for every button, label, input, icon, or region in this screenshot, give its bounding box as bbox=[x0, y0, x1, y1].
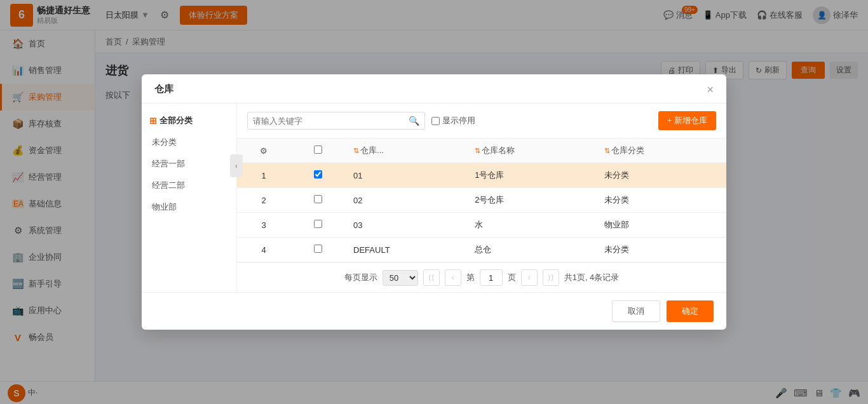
page-next-btn[interactable]: › bbox=[521, 269, 538, 286]
dialog-close-btn[interactable]: × bbox=[707, 84, 714, 95]
row-code: 03 bbox=[346, 213, 467, 238]
row-index: 1 bbox=[237, 163, 290, 188]
search-box: 🔍 bbox=[247, 112, 425, 130]
sort-icon-category: ⇅ bbox=[604, 147, 610, 154]
row-index: 4 bbox=[237, 238, 290, 262]
total-info: 共1页, 4条记录 bbox=[564, 272, 620, 283]
dialog-title: 仓库 bbox=[154, 83, 173, 95]
row-category: 物业部 bbox=[597, 213, 726, 238]
table-row[interactable]: 3 03 水 物业部 bbox=[237, 213, 726, 238]
show-disabled-label: 显示停用 bbox=[431, 115, 475, 126]
page-last-btn[interactable]: ⟩⟩ bbox=[543, 269, 559, 286]
row-checkbox[interactable] bbox=[290, 238, 346, 262]
col-name: ⇅仓库名称 bbox=[467, 138, 597, 163]
table-header: ⚙ ⇅仓库... ⇅仓库名称 ⇅仓库分类 bbox=[237, 138, 726, 163]
page-prev-btn[interactable]: ‹ bbox=[445, 269, 461, 286]
table-row[interactable]: 1 01 1号仓库 未分类 bbox=[237, 163, 726, 188]
page-label: 第 bbox=[466, 272, 475, 283]
table-row[interactable]: 2 02 2号仓库 未分类 bbox=[237, 188, 726, 213]
page-input[interactable] bbox=[480, 269, 503, 286]
page-first-btn[interactable]: ⟨⟨ bbox=[423, 269, 440, 286]
row-name: 1号仓库 bbox=[467, 163, 597, 188]
dialog-footer: 取消 确定 bbox=[142, 292, 726, 330]
row-category: 未分类 bbox=[597, 163, 726, 188]
row-checkbox[interactable] bbox=[290, 213, 346, 238]
pagination: 每页显示 50 10 20 100 ⟨⟨ ‹ 第 页 › ⟩⟩ 共1页, 4条记… bbox=[237, 262, 726, 292]
dialog-overlay: 仓库 × ⊞ 全部分类 ‹ 未分类 经营一部 经营二部 物业部 bbox=[0, 0, 868, 404]
col-checkbox bbox=[290, 138, 346, 163]
row-name: 水 bbox=[467, 213, 597, 238]
grid-icon: ⊞ bbox=[149, 116, 157, 126]
row-code: DEFAULT bbox=[346, 238, 467, 262]
dialog-category-ops1[interactable]: 经营一部 bbox=[142, 153, 236, 175]
dialog-table-wrap: ⚙ ⇅仓库... ⇅仓库名称 ⇅仓库分类 1 01 bbox=[237, 138, 726, 262]
dialog-sidebar-header: ⊞ 全部分类 bbox=[142, 110, 236, 131]
row-checkbox[interactable] bbox=[290, 188, 346, 213]
dialog-category-unclassified[interactable]: 未分类 bbox=[142, 131, 236, 153]
dialog-sidebar: ⊞ 全部分类 ‹ 未分类 经营一部 经营二部 物业部 bbox=[142, 104, 237, 292]
dialog-category-ops2[interactable]: 经营二部 bbox=[142, 175, 236, 196]
confirm-btn[interactable]: 确定 bbox=[667, 300, 714, 322]
row-category: 未分类 bbox=[597, 238, 726, 262]
table-body: 1 01 1号仓库 未分类 2 02 2号仓库 bbox=[237, 163, 726, 262]
sort-icon-code: ⇅ bbox=[353, 147, 359, 154]
select-all-checkbox[interactable] bbox=[314, 145, 322, 154]
new-warehouse-btn[interactable]: + 新增仓库 bbox=[658, 111, 716, 130]
row-index: 2 bbox=[237, 188, 290, 213]
warehouse-table: ⚙ ⇅仓库... ⇅仓库名称 ⇅仓库分类 1 01 bbox=[237, 138, 726, 262]
chevron-left-icon: ‹ bbox=[235, 163, 237, 170]
row-index: 3 bbox=[237, 213, 290, 238]
cancel-btn[interactable]: 取消 bbox=[612, 300, 660, 322]
warehouse-dialog: 仓库 × ⊞ 全部分类 ‹ 未分类 经营一部 经营二部 物业部 bbox=[142, 74, 726, 330]
col-category: ⇅仓库分类 bbox=[597, 138, 726, 163]
search-input[interactable] bbox=[253, 116, 409, 126]
row-category: 未分类 bbox=[597, 188, 726, 213]
col-gear: ⚙ bbox=[237, 138, 290, 163]
dialog-main: 🔍 显示停用 + 新增仓库 ⚙ bbox=[237, 104, 726, 292]
dialog-sidebar-header-label: 全部分类 bbox=[159, 115, 193, 126]
row-checkbox[interactable] bbox=[290, 163, 346, 188]
per-page-select[interactable]: 50 10 20 100 bbox=[383, 270, 418, 286]
col-code: ⇅仓库... bbox=[346, 138, 467, 163]
row-name: 总仓 bbox=[467, 238, 597, 262]
table-row[interactable]: 4 DEFAULT 总仓 未分类 bbox=[237, 238, 726, 262]
show-disabled-checkbox[interactable] bbox=[431, 117, 440, 125]
dialog-toolbar: 🔍 显示停用 + 新增仓库 bbox=[237, 104, 726, 138]
page-unit: 页 bbox=[508, 272, 516, 283]
row-name: 2号仓库 bbox=[467, 188, 597, 213]
per-page-label: 每页显示 bbox=[344, 272, 377, 283]
dialog-body: ⊞ 全部分类 ‹ 未分类 经营一部 经营二部 物业部 🔍 bbox=[142, 104, 726, 292]
sidebar-collapse-btn[interactable]: ‹ bbox=[230, 154, 243, 177]
row-code: 02 bbox=[346, 188, 467, 213]
row-code: 01 bbox=[346, 163, 467, 188]
dialog-category-property[interactable]: 物业部 bbox=[142, 196, 236, 218]
show-disabled-text: 显示停用 bbox=[442, 115, 475, 126]
dialog-header: 仓库 × bbox=[142, 74, 726, 104]
sort-icon-name: ⇅ bbox=[475, 147, 480, 154]
search-icon[interactable]: 🔍 bbox=[409, 116, 419, 126]
